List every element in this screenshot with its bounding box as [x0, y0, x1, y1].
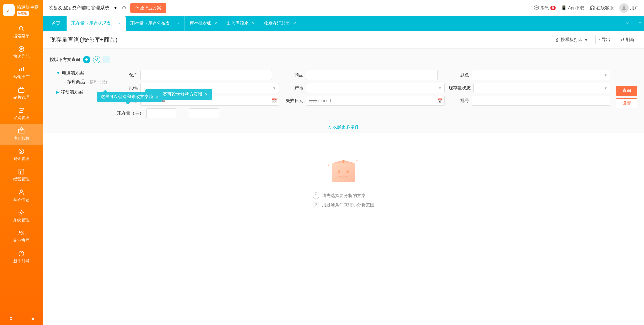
tab-recv-summary-close[interactable]: ×: [293, 21, 296, 26]
exp-date-calendar-icon[interactable]: 📅: [437, 98, 443, 103]
sidebar-item-search[interactable]: 搜索菜单: [0, 22, 43, 42]
exp-date-input[interactable]: [306, 96, 445, 106]
svg-point-2: [19, 26, 23, 30]
nav-label-guide: 新手引导: [13, 258, 30, 264]
filter-field-batch: 批号: [449, 96, 610, 106]
svg-point-18: [19, 231, 21, 233]
tab-inventory-status[interactable]: 现存量（库存状况表） ×: [67, 16, 126, 31]
color-select[interactable]: ▼: [472, 70, 610, 80]
tree-item-pc[interactable]: ▼ 电脑端方案: [56, 69, 113, 77]
sidebar-item-ops[interactable]: 经营管理: [0, 165, 43, 185]
tab-close-all-icon[interactable]: ×: [626, 20, 629, 26]
filter-refresh-button[interactable]: ↺: [93, 56, 100, 63]
settings-icon[interactable]: ⚙: [9, 316, 13, 321]
pc-scheme-tooltip-close[interactable]: ×: [205, 92, 208, 97]
app-download-button[interactable]: 📱 App下载: [561, 5, 584, 11]
refresh-button[interactable]: ↺ 刷新: [618, 35, 637, 44]
batch-input[interactable]: [472, 96, 610, 106]
sidebar-item-finance[interactable]: 资金管理: [0, 145, 43, 165]
stock-main-input-to[interactable]: [189, 108, 219, 118]
edit-scheme-tooltip-close[interactable]: ×: [156, 94, 158, 99]
page-actions: 🖨 按模板打印 ▼ ↑ 导出 ↺ 刷新: [552, 35, 637, 44]
filter-field-origin: 产地 ▼: [283, 83, 445, 93]
filter-row-4: 现存量（主） —: [117, 108, 610, 118]
filter-add-button[interactable]: +: [83, 56, 90, 63]
tab-inventory-dist[interactable]: 现存量（库存分布表） ×: [126, 16, 185, 31]
sidebar-bottom: ⚙ ◀: [0, 312, 43, 325]
batch-label: 批号: [449, 98, 469, 104]
sidebar-item-system[interactable]: 系统管理: [0, 206, 43, 226]
tree-label-mobile: 移动端方案: [61, 89, 83, 95]
exp-date-label: 失效日期: [283, 98, 303, 104]
tab-recv-summary[interactable]: 收发存汇总表 ×: [259, 16, 301, 31]
sidebar-item-corp[interactable]: 企业协同: [0, 226, 43, 247]
stock-main-input-from[interactable]: [146, 108, 176, 118]
warehouse-dots[interactable]: ···: [275, 72, 279, 78]
sidebar-logo: 6 畅通好生意 标准版: [0, 0, 43, 19]
export-button[interactable]: ↑ 导出: [595, 35, 614, 44]
collapse-label: 收起更多条件: [333, 124, 359, 130]
empty-step-1: 1 请先选择要分析的方案: [313, 192, 374, 199]
print-button[interactable]: 🖨 按模板打印 ▼: [552, 35, 591, 44]
tree-arrow-pc: ▼: [56, 71, 60, 75]
query-button[interactable]: 查询: [616, 86, 637, 96]
svg-text:✦: ✦: [352, 179, 354, 182]
system-dropdown[interactable]: ▼: [113, 5, 118, 10]
phone-icon: 📱: [561, 5, 567, 10]
topbar-settings-icon[interactable]: ⚙: [122, 5, 126, 11]
step-2-text: 用过滤条件来缩小分析范围: [322, 202, 374, 208]
collapse-icon[interactable]: ◀: [31, 316, 34, 321]
svg-point-19: [22, 231, 23, 233]
tab-batch-ledger-close[interactable]: ×: [215, 21, 217, 26]
sidebar-item-inventory[interactable]: 库存核算: [0, 124, 43, 145]
mfg-date-calendar-icon[interactable]: 📅: [272, 98, 277, 103]
tab-minimize-icon[interactable]: —: [632, 21, 636, 26]
headset-icon: 🎧: [590, 5, 595, 10]
sidebar-item-basic[interactable]: 基础信息: [0, 185, 43, 206]
svg-rect-6: [19, 69, 20, 71]
svg-rect-13: [19, 169, 24, 174]
tab-home[interactable]: 首页: [46, 16, 67, 31]
size-label: 尺码: [117, 85, 138, 91]
message-button[interactable]: 💬 消息 9: [534, 5, 556, 11]
tooltip-connector-dot: [126, 101, 129, 104]
filter-back-button[interactable]: ←: [103, 56, 110, 63]
sidebar-item-guide[interactable]: ? 新手引导: [0, 247, 43, 267]
stock-main-range-dash: —: [180, 111, 185, 116]
online-support-button[interactable]: 🎧 在线客服: [590, 5, 614, 11]
tab-inout-flow-close[interactable]: ×: [252, 21, 254, 26]
reset-button[interactable]: 设置: [616, 98, 637, 108]
goods-dots[interactable]: ···: [440, 72, 445, 78]
tab-inventory-status-close[interactable]: ×: [118, 21, 121, 26]
tab-maximize-icon[interactable]: □: [639, 21, 641, 26]
goods-select[interactable]: [306, 70, 438, 80]
sidebar-item-purchase[interactable]: 采购管理: [0, 104, 43, 124]
svg-rect-11: [21, 130, 22, 131]
user-area[interactable]: 用户: [619, 3, 639, 13]
stock-status-select[interactable]: ▼: [473, 83, 610, 93]
export-icon: ↑: [598, 37, 601, 42]
origin-select[interactable]: ▼: [306, 83, 445, 93]
logo-title: 畅通好生意: [17, 4, 39, 10]
nav-label-basic: 基础信息: [13, 197, 30, 203]
collapse-button[interactable]: ∧ 收起更多条件: [50, 121, 637, 133]
tab-batch-ledger[interactable]: 库存批次账 ×: [185, 16, 222, 31]
warehouse-label: 仓库: [117, 72, 138, 78]
sidebar-item-sales[interactable]: 销售管理: [0, 83, 43, 104]
tab-inout-flow[interactable]: 出入库流水 ×: [222, 16, 259, 31]
svg-rect-7: [21, 68, 22, 71]
svg-line-3: [22, 30, 24, 31]
nav-label-marketing: 营销推广: [13, 74, 30, 80]
tree-subitem-scheme1[interactable]: ├ 按库商品 (按库商品): [63, 77, 113, 86]
warehouse-select[interactable]: [140, 70, 272, 80]
trial-button[interactable]: 体验行业方案: [130, 3, 166, 13]
tab-inventory-dist-close[interactable]: ×: [177, 21, 180, 26]
nav-label-sales: 销售管理: [13, 95, 30, 100]
logo-icon: 6: [3, 4, 15, 16]
sidebar-item-marketing[interactable]: 营销推广: [0, 63, 43, 83]
sidebar-item-quick[interactable]: 快速导航: [0, 42, 43, 63]
user-label: 用户: [630, 5, 639, 11]
collapse-arrow-icon: ∧: [328, 125, 331, 130]
tab-inventory-status-label: 现存量（库存状况表）: [71, 20, 115, 26]
svg-rect-9: [19, 89, 24, 93]
